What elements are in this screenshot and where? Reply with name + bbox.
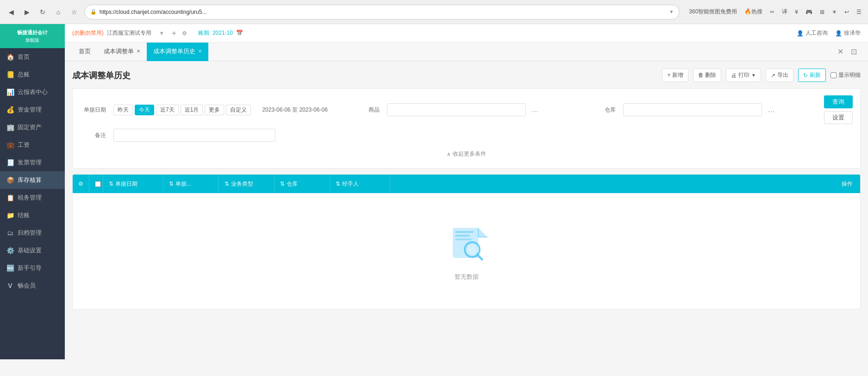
vip-icon: V [6,282,14,289]
date-yesterday-btn[interactable]: 昨天 [113,105,133,115]
th-date[interactable]: ⇅ 单据日期 [103,175,163,193]
delete-button[interactable]: 🗑 删除 [693,69,721,82]
data-table: ⚙ ⇅ 单据日期 ⇅ 单据... ⇅ 业务类型 [72,174,861,309]
close-history-tab[interactable]: ✕ [198,49,202,54]
browser-right-tools: 360智能抠图免费用 🔥热搜 ✂ 译 ¥ 🎮 ⊞ ☀ ↩ ☰ [687,7,863,17]
funds-icon: 💰 [6,106,14,113]
sidebar-item-fixed-assets[interactable]: 🏢 固定资产 [0,119,65,136]
refresh-button[interactable]: ↻ [36,6,49,19]
browser-controls: ◀ ▶ ↻ ⌂ ☆ [5,6,81,19]
sidebar: 畅捷通好会计 旗舰版 🏠 首页 📒 总账 📊 云报表中心 💰 资金管理 🏢 固定… [0,24,65,359]
empty-illustration [443,221,490,267]
theme-tool[interactable]: ☀ [830,8,839,16]
sidebar-item-reports[interactable]: 📊 云报表中心 [0,83,65,101]
back-button[interactable]: ◀ [5,6,18,19]
tab-cost-adjustment[interactable]: 成本调整单 ✕ [97,43,147,61]
sort-icon-no: ⇅ [169,181,174,187]
svg-rect-2 [455,235,470,237]
page-content: 成本调整单历史 + 新增 🗑 删除 🖨 打印 ▼ ↗ 导出 ↻ [65,61,868,359]
date-today-btn[interactable]: 今天 [135,105,154,115]
export-button[interactable]: ↗ 导出 [766,69,793,82]
date-filter-row: 单据日期 昨天 今天 近7天 近1月 更多 自定义 2023-06-06 至 2… [80,95,853,124]
sidebar-item-payroll[interactable]: 💼 工资 [0,136,65,154]
print-button[interactable]: 🖨 打印 ▼ [726,69,761,82]
goods-more-icon[interactable]: … [530,106,541,114]
game-tool[interactable]: 🎮 [804,8,814,16]
remark-input[interactable] [113,129,275,142]
tax-icon: 📋 [6,194,14,201]
tab-home[interactable]: 首页 [72,43,97,61]
assets-icon: 🏢 [6,124,14,131]
translate-tool[interactable]: 译 [780,7,789,17]
company-warning: (勿删勿禁用) 江西服宝测试专用 [72,29,151,37]
sidebar-item-tax[interactable]: 📋 税务管理 [0,189,65,207]
show-detail-checkbox[interactable] [831,72,837,78]
user-profile[interactable]: 👤 徐泽华 [835,29,861,37]
apps-tool[interactable]: ⊞ [818,8,826,16]
sidebar-item-ledger[interactable]: 📒 总账 [0,66,65,83]
forward-button[interactable]: ▶ [20,6,33,19]
date-more-btn[interactable]: 更多 [205,105,224,115]
new-button[interactable]: + 新增 [662,69,688,82]
th-no[interactable]: ⇅ 单据... [163,175,219,193]
refresh-data-button[interactable]: ↻ 刷新 [798,69,826,82]
collapse-icon: ∧ [447,151,451,157]
sidebar-item-funds[interactable]: 💰 资金管理 [0,101,65,119]
th-gear[interactable]: ⚙ [73,175,89,193]
sidebar-item-settings[interactable]: ⚙️ 基础设置 [0,242,65,259]
sidebar-item-archive[interactable]: 🗂 归档管理 [0,224,65,242]
goods-select-area: … [387,103,573,116]
th-action: 操作 [836,175,860,193]
date-1month-btn[interactable]: 近1月 [181,105,203,115]
date-range-display: 2023-06-06 至 2023-06-06 [262,106,327,114]
sidebar-item-home[interactable]: 🏠 首页 [0,48,65,66]
th-operator[interactable]: ⇅ 经手人 [330,175,390,193]
query-button[interactable]: 查询 [824,95,853,108]
add-tab-button[interactable]: + [172,29,176,38]
sidebar-item-invoice[interactable]: 🧾 发票管理 [0,154,65,171]
tab-close-all: ✕ ⊡ [834,47,861,56]
page-title: 成本调整单历史 [72,70,131,81]
sidebar-item-guide[interactable]: 🆕 新手引导 [0,259,65,277]
empty-state: 暂无数据 [73,193,860,309]
customer-service[interactable]: 👤 人工咨询 [797,29,828,37]
collapse-button[interactable]: ∧ 收起更多条件 [447,150,486,158]
th-biztype[interactable]: ⇅ 业务类型 [219,175,275,193]
undo-tool[interactable]: ↩ [843,8,851,16]
close-all-tabs-button[interactable]: ✕ [834,47,847,56]
date-7days-btn[interactable]: 近7天 [156,105,179,115]
main-layout: 畅捷通好会计 旗舰版 🏠 首页 📒 总账 📊 云报表中心 💰 资金管理 🏢 固定… [0,24,868,359]
address-bar[interactable]: 🔒 https://cloud.chanjet.com/accounting/u… [84,5,680,19]
wallet-tool[interactable]: ¥ [793,8,800,16]
sort-icon: ⇅ [109,181,113,187]
warehouse-more-icon[interactable]: … [766,106,777,114]
guide-icon: 🆕 [6,264,14,272]
warehouse-select-area: … [623,103,809,116]
settings-gear-button[interactable]: ⚙ [182,30,187,37]
menu-tool[interactable]: ☰ [855,8,863,16]
filter-action-btns: 查询 设置 [824,95,853,124]
sidebar-item-inventory[interactable]: 📦 库存核算 [0,171,65,189]
settings-button[interactable]: 设置 [824,111,853,124]
sidebar-item-vip[interactable]: V 畅会员 [0,277,65,295]
home-button[interactable]: ⌂ [52,6,65,19]
select-all-checkbox[interactable] [95,181,101,187]
restore-button[interactable]: ⊡ [847,47,861,56]
th-warehouse[interactable]: ⇅ 仓库 [275,175,330,193]
refresh-icon: ↻ [803,72,808,79]
close-cost-adjustment-tab[interactable]: ✕ [137,49,140,54]
scissors-tool[interactable]: ✂ [768,8,776,16]
filter-panel: 单据日期 昨天 今天 近7天 近1月 更多 自定义 2023-06-06 至 2… [72,88,861,169]
page-header: 成本调整单历史 + 新增 🗑 删除 🖨 打印 ▼ ↗ 导出 ↻ [72,69,861,82]
sidebar-item-closing[interactable]: 📁 结账 [0,207,65,224]
tab-cost-adjustment-history[interactable]: 成本调整单历史 ✕ [147,43,208,61]
goods-input[interactable] [387,103,526,116]
star-button[interactable]: ☆ [68,6,81,19]
reports-icon: 📊 [6,88,14,96]
warehouse-input[interactable] [623,103,762,116]
date-custom-btn[interactable]: 自定义 [226,105,251,115]
remark-filter-row: 备注 [80,129,853,142]
archive-icon: 🗂 [6,229,14,237]
th-checkbox[interactable] [89,175,103,193]
warehouse-filter-label: 仓库 [590,106,616,114]
